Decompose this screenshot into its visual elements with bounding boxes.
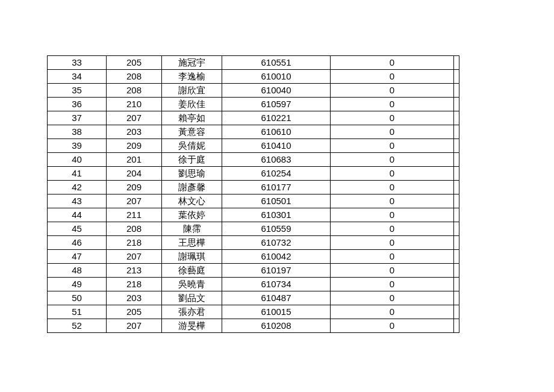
table-row: 37207賴亭如6102210 [48,111,459,125]
value-cell: 0 [331,278,454,291]
code-cell: 210 [107,98,162,111]
value-cell: 0 [331,319,454,333]
id-cell: 610559 [222,222,331,236]
row-number-cell: 42 [48,181,107,194]
table-row: 47207謝珮琪6100420 [48,250,459,264]
trailing-cell [454,278,459,291]
code-cell: 209 [107,181,162,194]
name-cell: 張亦君 [162,305,222,319]
trailing-cell [454,56,459,70]
row-number-cell: 48 [48,264,107,278]
value-cell: 0 [331,125,454,139]
name-cell: 施冠宇 [162,56,222,70]
value-cell: 0 [331,208,454,222]
value-cell: 0 [331,194,454,208]
id-cell: 610301 [222,208,331,222]
code-cell: 208 [107,222,162,236]
value-cell: 0 [331,84,454,98]
table-row: 52207游旻樺6102080 [48,319,459,333]
id-cell: 610040 [222,84,331,98]
id-cell: 610042 [222,250,331,264]
trailing-cell [454,181,459,194]
table-row: 45208陳霈6105590 [48,222,459,236]
row-number-cell: 49 [48,278,107,291]
row-number-cell: 51 [48,305,107,319]
code-cell: 208 [107,84,162,98]
value-cell: 0 [331,153,454,167]
trailing-cell [454,319,459,333]
name-cell: 吳倩妮 [162,139,222,153]
row-number-cell: 41 [48,167,107,181]
name-cell: 謝彥馨 [162,181,222,194]
table-row: 36210姜欣佳6105970 [48,98,459,111]
trailing-cell [454,98,459,111]
code-cell: 208 [107,70,162,84]
table-row: 41204劉思瑜6102540 [48,167,459,181]
row-number-cell: 35 [48,84,107,98]
id-cell: 610732 [222,236,331,250]
trailing-cell [454,111,459,125]
name-cell: 劉思瑜 [162,167,222,181]
id-cell: 610610 [222,125,331,139]
name-cell: 游旻樺 [162,319,222,333]
code-cell: 207 [107,194,162,208]
id-cell: 610487 [222,291,331,305]
code-cell: 218 [107,236,162,250]
table-row: 42209謝彥馨6101770 [48,181,459,194]
trailing-cell [454,167,459,181]
trailing-cell [454,222,459,236]
code-cell: 207 [107,111,162,125]
code-cell: 205 [107,305,162,319]
value-cell: 0 [331,167,454,181]
name-cell: 劉品文 [162,291,222,305]
table-row: 35208謝欣宜6100400 [48,84,459,98]
code-cell: 204 [107,167,162,181]
id-cell: 610683 [222,153,331,167]
code-cell: 205 [107,56,162,70]
value-cell: 0 [331,139,454,153]
trailing-cell [454,153,459,167]
name-cell: 李逸榆 [162,70,222,84]
trailing-cell [454,194,459,208]
name-cell: 吳曉青 [162,278,222,291]
id-cell: 610221 [222,111,331,125]
table-row: 48213徐藝庭6101970 [48,264,459,278]
value-cell: 0 [331,264,454,278]
id-cell: 610015 [222,305,331,319]
trailing-cell [454,250,459,264]
name-cell: 黃意容 [162,125,222,139]
id-cell: 610597 [222,98,331,111]
row-number-cell: 52 [48,319,107,333]
row-number-cell: 46 [48,236,107,250]
table-row: 43207林文心6105010 [48,194,459,208]
value-cell: 0 [331,98,454,111]
code-cell: 207 [107,250,162,264]
trailing-cell [454,84,459,98]
row-number-cell: 38 [48,125,107,139]
row-number-cell: 34 [48,70,107,84]
id-cell: 610177 [222,181,331,194]
trailing-cell [454,139,459,153]
value-cell: 0 [331,70,454,84]
id-cell: 610197 [222,264,331,278]
code-cell: 213 [107,264,162,278]
row-number-cell: 50 [48,291,107,305]
table-row: 40201徐于庭6106830 [48,153,459,167]
trailing-cell [454,236,459,250]
row-number-cell: 39 [48,139,107,153]
name-cell: 姜欣佳 [162,98,222,111]
value-cell: 0 [331,250,454,264]
trailing-cell [454,291,459,305]
name-cell: 林文心 [162,194,222,208]
row-number-cell: 45 [48,222,107,236]
value-cell: 0 [331,291,454,305]
name-cell: 賴亭如 [162,111,222,125]
row-number-cell: 37 [48,111,107,125]
name-cell: 王思樺 [162,236,222,250]
code-cell: 207 [107,319,162,333]
table-row: 39209吳倩妮6104100 [48,139,459,153]
id-cell: 610501 [222,194,331,208]
table-row: 46218王思樺6107320 [48,236,459,250]
table-row: 51205張亦君6100150 [48,305,459,319]
value-cell: 0 [331,181,454,194]
